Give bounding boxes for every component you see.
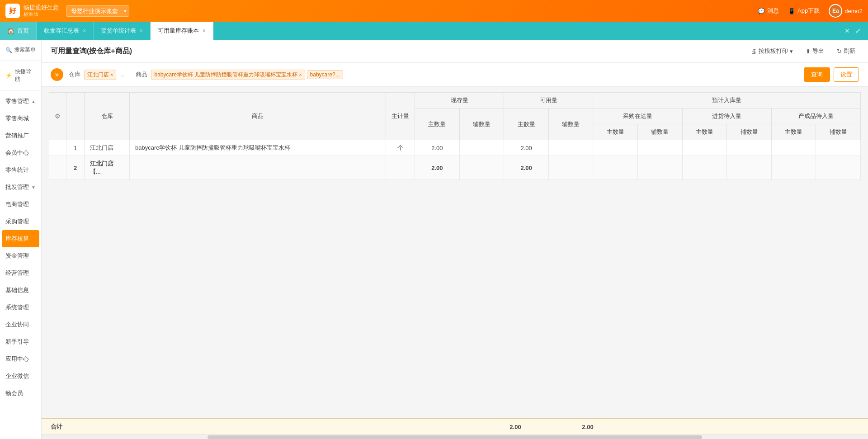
sidebar-item-wholesale-mgmt[interactable]: 批发管理 ▼ (2, 179, 39, 196)
table-header-row-1: ⚙ 仓库 商品 主计量 现存量 (49, 93, 861, 109)
sidebar-item-quick-nav[interactable]: ⚡ 快捷导航 (2, 64, 39, 87)
page-header: 可用量查询(按仓库+商品) 🖨 按模板打印 ▾ ⬆ 导出 ↻ 刷新 (42, 40, 868, 63)
filter-bar: » 仓库 江北门店 × ... 商品 babycare学饮杯 儿童防摔防撞吸管杯… (42, 63, 868, 87)
logo-text: 畅捷通好生意 (24, 4, 59, 11)
warehouse-tag-0[interactable]: 江北门店 × (84, 70, 116, 80)
tab-order-stats-label: 要货单统计表 (101, 27, 136, 35)
username-label: demo2 (844, 8, 863, 14)
col-header-prod-in-main: 主数量 (771, 124, 816, 140)
print-btn[interactable]: 🖨 按模板打印 ▾ (747, 45, 797, 57)
row-2-warehouse: 江北门店【... (85, 156, 130, 180)
logo-sub: 标准版 (24, 11, 59, 18)
sidebar-item-basic-info[interactable]: 基础信息 (2, 282, 39, 299)
search-menu-btn[interactable]: 🔍 搜索菜单 (4, 44, 38, 56)
filter-toggle-btn[interactable]: » (51, 68, 63, 81)
warehouse-filter-group: 仓库 江北门店 × ... (69, 70, 124, 80)
warehouse-filter-label: 仓库 (69, 71, 80, 79)
row-1-unit: 个 (386, 140, 415, 156)
row-1-transit-main (682, 140, 727, 156)
sidebar-item-enterprise-collab[interactable]: 企业协同 (2, 316, 39, 333)
edition-selector[interactable]: 母婴行业演示账套 (66, 5, 129, 17)
message-icon: 💬 (758, 8, 765, 14)
sidebar-item-marketing[interactable]: 营销推广 (2, 127, 39, 144)
table-footer: 合计 2.00 2.00 (42, 418, 868, 434)
footer-stock-main: 2.00 (497, 424, 533, 430)
horizontal-scrollbar[interactable] (42, 434, 868, 439)
row-2-avail-main: 2.00 (504, 156, 549, 180)
sidebar-item-enterprise-wechat[interactable]: 企业微信 (2, 368, 39, 385)
sidebar-item-purchase[interactable]: 采购管理 (2, 213, 39, 230)
col-header-in-transit-group: 进货待入量 (682, 109, 771, 124)
query-button[interactable]: 查询 (804, 67, 830, 82)
table-row: 2 江北门店【... 2.00 2.00 (49, 156, 861, 180)
settings-button[interactable]: 设置 (834, 67, 859, 82)
expand-window-btn[interactable]: ⤢ (854, 26, 863, 35)
tab-receive-summary[interactable]: 收发存汇总表 × (37, 22, 94, 40)
sidebar-section: 零售管理 ▲ 零售商城 营销推广 会员中心 零售统计 批发管理 ▼ 电商管理 (0, 91, 41, 404)
tab-available-stock-close[interactable]: × (203, 28, 206, 34)
sidebar-item-retail-mall[interactable]: 零售商城 (2, 110, 39, 127)
sidebar-item-finance[interactable]: 资金管理 (2, 247, 39, 264)
product-tag-1[interactable]: babycare?... (307, 70, 343, 79)
tab-receive-summary-close[interactable]: × (83, 28, 86, 34)
sidebar-item-operations[interactable]: 经营管理 (2, 264, 39, 282)
scroll-thumb[interactable] (208, 435, 702, 439)
user-profile-btn[interactable]: Ea demo2 (829, 4, 863, 18)
product-tag-0-label: babycare学饮杯 儿童防摔防撞吸管杯重力球吸嘴杯宝宝水杯 (154, 71, 297, 79)
enterprise-collab-label: 企业协同 (5, 321, 29, 329)
window-buttons: ✕ ⤢ (837, 26, 868, 35)
warehouse-tag-close[interactable]: × (110, 72, 113, 77)
tab-order-stats-close[interactable]: × (140, 28, 143, 34)
row-2-pur-in-main (593, 156, 638, 180)
row-2-stock-aux (459, 156, 504, 180)
refresh-label: 刷新 (844, 47, 855, 55)
row-2-pur-in-aux (638, 156, 683, 180)
sidebar-search-section: 🔍 搜索菜单 (0, 40, 41, 61)
tab-order-stats[interactable]: 要货单统计表 × (94, 22, 151, 40)
sidebar-item-onboarding[interactable]: 新手引导 (2, 333, 39, 350)
tab-home-label: 首页 (17, 27, 29, 35)
retail-mgmt-label: 零售管理 (5, 97, 29, 105)
row-2-avail-aux (548, 156, 593, 180)
tab-available-stock-label: 可用量库存账本 (158, 27, 199, 35)
col-header-gear[interactable]: ⚙ (49, 93, 66, 140)
sidebar-item-retail-mgmt[interactable]: 零售管理 ▲ (2, 93, 39, 110)
col-header-product: 商品 (130, 93, 386, 140)
tab-home[interactable]: 🏠 首页 (0, 22, 37, 40)
row-2-transit-main (682, 156, 727, 180)
tab-available-stock[interactable]: 可用量库存账本 × (151, 22, 213, 40)
col-header-stock-aux: 辅数量 (459, 109, 504, 140)
row-1-stock-main: 2.00 (415, 140, 460, 156)
ecommerce-label: 电商管理 (5, 200, 29, 208)
app-download-btn[interactable]: 📱 App下载 (788, 7, 820, 15)
sidebar-item-ecommerce[interactable]: 电商管理 (2, 196, 39, 213)
sidebar-item-member[interactable]: 畅会员 (2, 385, 39, 402)
tab-receive-summary-label: 收发存汇总表 (44, 27, 79, 35)
row-1-avail-main: 2.00 (504, 140, 549, 156)
content-area: 可用量查询(按仓库+商品) 🖨 按模板打印 ▾ ⬆ 导出 ↻ 刷新 » (42, 40, 868, 439)
search-icon: 🔍 (5, 47, 12, 53)
message-btn[interactable]: 💬 消息 (758, 7, 779, 15)
product-filter-group: 商品 babycare学饮杯 儿童防摔防撞吸管杯重力球吸嘴杯宝宝水杯 × bab… (136, 70, 343, 80)
warehouse-more-indicator[interactable]: ... (120, 71, 124, 78)
sidebar-item-retail-stats[interactable]: 零售统计 (2, 161, 39, 179)
onboarding-label: 新手引导 (5, 338, 29, 346)
row-1-pur-in-aux (638, 140, 683, 156)
sidebar-item-system[interactable]: 系统管理 (2, 299, 39, 316)
export-icon: ⬆ (806, 48, 811, 55)
col-header-prod-in-group: 产成品待入量 (771, 109, 860, 124)
product-tag-0-close[interactable]: × (299, 72, 302, 77)
product-tag-1-label: babycare?... (310, 71, 340, 78)
export-btn[interactable]: ⬆ 导出 (802, 45, 828, 57)
edition-selector-wrap[interactable]: 母婴行业演示账套 (66, 5, 129, 17)
refresh-btn[interactable]: ↻ 刷新 (833, 45, 859, 57)
top-bar-right: 💬 消息 📱 App下载 Ea demo2 (758, 4, 863, 18)
product-tags: babycare学饮杯 儿童防摔防撞吸管杯重力球吸嘴杯宝宝水杯 × babyca… (151, 70, 343, 80)
sidebar-item-member-center[interactable]: 会员中心 (2, 144, 39, 161)
close-window-btn[interactable]: ✕ (843, 26, 852, 35)
product-tag-0[interactable]: babycare学饮杯 儿童防摔防撞吸管杯重力球吸嘴杯宝宝水杯 × (151, 70, 305, 80)
sidebar-item-inventory[interactable]: 库存核算 (2, 230, 39, 247)
sidebar-item-app-center[interactable]: 应用中心 (2, 350, 39, 368)
footer-label: 合计 (51, 423, 62, 431)
col-header-in-transit-aux: 辅数量 (727, 124, 772, 140)
